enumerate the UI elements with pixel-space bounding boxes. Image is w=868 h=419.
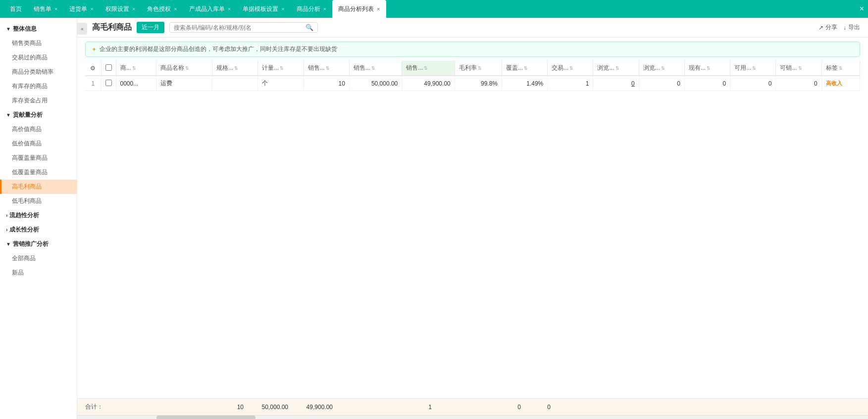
close-icon-analysis[interactable]: × (323, 6, 326, 12)
nav-label-home: 首页 (10, 5, 22, 13)
nav-label-permission: 权限设置 (105, 5, 129, 13)
cell-views1[interactable]: 0 (593, 76, 639, 91)
cell-sales-qty: 10 (304, 76, 349, 91)
col-sales-qty[interactable]: 销售... ⇅ (304, 61, 349, 76)
close-icon-template[interactable]: × (281, 6, 284, 12)
share-label: 分享 (825, 23, 837, 32)
table-body: 1 0000... 运费 个 10 50,000.00 49,900.00 99… (85, 76, 860, 91)
content-area: « 高毛利商品 近一月 🔍 ↗ 分享 ↓ 导出 ✦ 企 (77, 18, 868, 419)
sidebar-item-traded-goods[interactable]: 交易过的商品 (0, 50, 77, 65)
cell-tx-count: 1 (548, 76, 593, 91)
sort-icon-views2: ⇅ (661, 66, 665, 71)
sidebar-item-category-rate[interactable]: 商品分类助销率 (0, 65, 77, 79)
sidebar-item-high-coverage[interactable]: 高覆盖量商品 (0, 151, 77, 165)
close-icon-permission[interactable]: × (132, 6, 135, 12)
sidebar-item-low-value[interactable]: 低价值商品 (0, 137, 77, 151)
filter-recent-month-button[interactable]: 近一月 (137, 22, 164, 33)
close-icon-role[interactable]: × (174, 6, 177, 12)
cell-sales-amt: 50,000.00 (349, 76, 402, 91)
main-container: ▼ 整体信息 销售类商品 交易过的商品 商品分类助销率 有库存的商品 库存资金占… (0, 18, 868, 419)
col-unit[interactable]: 计量... ⇅ (258, 61, 304, 76)
footer-sales-profit: 49,900.00 (292, 403, 337, 412)
row-checkbox[interactable] (105, 80, 112, 86)
col-saleable[interactable]: 可销... ⇅ (776, 61, 821, 76)
sidebar-item-new-goods[interactable]: 新品 (0, 266, 77, 280)
share-button[interactable]: ↗ 分享 (818, 23, 837, 32)
col-spec[interactable]: 规格... ⇅ (212, 61, 258, 76)
close-all-icon[interactable]: × (860, 4, 864, 13)
bottom-scrollbar[interactable] (77, 415, 868, 419)
sidebar-group-trend[interactable]: › 流趋性分析 (0, 208, 77, 223)
col-tag[interactable]: 标签 ⇅ (821, 61, 860, 76)
sidebar-item-sales-goods[interactable]: 销售类商品 (0, 36, 77, 50)
nav-item-sales[interactable]: 销售单 × (28, 0, 63, 18)
arrow-overall: ▼ (6, 26, 11, 32)
table-footer: 合计： 10 50,000.00 49,900.00 1 0 0 (77, 398, 868, 415)
sidebar-group-marketing[interactable]: ▼ 营销推广分析 (0, 237, 77, 251)
col-available[interactable]: 可用... ⇅ (730, 61, 776, 76)
sidebar-item-high-margin[interactable]: 高毛利商品 (0, 180, 77, 194)
col-name[interactable]: 商品名称 ⇅ (156, 61, 212, 76)
sort-icon-name: ⇅ (185, 66, 189, 71)
sidebar-item-low-coverage[interactable]: 低覆盖量商品 (0, 165, 77, 180)
nav-item-analysis[interactable]: 商品分析 × (291, 0, 332, 18)
sort-icon-tx-count: ⇅ (569, 66, 573, 71)
export-button[interactable]: ↓ 导出 (843, 23, 860, 32)
cell-current: 0 (684, 76, 730, 91)
sidebar-group-growth[interactable]: › 成长性分析 (0, 223, 77, 237)
select-all-checkbox[interactable] (105, 64, 112, 71)
col-current[interactable]: 现有... ⇅ (684, 61, 730, 76)
cell-gross-margin: 99.8% (455, 76, 502, 91)
sidebar-item-low-margin[interactable]: 低毛利商品 (0, 194, 77, 208)
sidebar-item-in-stock[interactable]: 有库存的商品 (0, 79, 77, 93)
col-gross-margin[interactable]: 毛利率 ⇅ (455, 61, 502, 76)
close-icon-production[interactable]: × (228, 6, 231, 12)
sidebar-group-overall[interactable]: ▼ 整体信息 (0, 22, 77, 36)
collapse-sidebar-btn[interactable]: « (77, 23, 87, 35)
cell-tag: 高收入 (821, 76, 860, 91)
col-tx-count[interactable]: 交易... ⇅ (548, 61, 593, 76)
col-coverage[interactable]: 覆盖... ⇅ (502, 61, 547, 76)
table-container: ⚙ 商... ⇅ 商品名称 (77, 61, 868, 398)
export-label: 导出 (848, 23, 860, 32)
sidebar-item-high-value[interactable]: 高价值商品 (0, 122, 77, 137)
col-settings[interactable]: ⚙ (85, 61, 101, 76)
search-input[interactable] (174, 24, 306, 31)
footer-available: 0 (525, 403, 555, 412)
footer-sales-amt: 50,000.00 (248, 403, 292, 412)
sidebar-group-trend-label: 流趋性分析 (9, 211, 39, 220)
nav-label-purchase: 进货单 (69, 5, 87, 13)
sidebar-item-all-goods[interactable]: 全部商品 (0, 251, 77, 266)
cell-checkbox (101, 76, 116, 91)
close-icon-analysis-list[interactable]: × (377, 6, 380, 12)
close-icon-sales[interactable]: × (54, 6, 57, 12)
sidebar-group-contribution[interactable]: ▼ 贡献量分析 (0, 108, 77, 122)
info-icon: ✦ (92, 46, 97, 53)
cell-spec (212, 76, 258, 91)
nav-label-analysis: 商品分析 (297, 5, 320, 13)
arrow-trend: › (6, 213, 7, 218)
nav-item-template[interactable]: 单据模板设置 × (237, 0, 290, 18)
col-sales-amt[interactable]: 销售... ⇅ (349, 61, 402, 76)
col-sales-profit[interactable]: 销售... ⇅ (402, 61, 455, 76)
nav-item-home[interactable]: 首页 (4, 0, 28, 18)
nav-item-permission[interactable]: 权限设置 × (100, 0, 141, 18)
search-icon[interactable]: 🔍 (306, 24, 313, 31)
col-views2[interactable]: 浏览... ⇅ (639, 61, 684, 76)
sidebar-group-growth-label: 成长性分析 (9, 226, 39, 234)
share-icon: ↗ (818, 24, 823, 31)
nav-item-analysis-list[interactable]: 商品分析列表 × (332, 0, 386, 18)
sort-icon-spec: ⇅ (234, 66, 238, 71)
sidebar-group-contribution-label: 贡献量分析 (13, 111, 43, 119)
nav-item-role[interactable]: 角色授权 × (141, 0, 183, 18)
footer-spacer4 (436, 403, 495, 412)
nav-item-purchase[interactable]: 进货单 × (63, 0, 99, 18)
sidebar-item-stock-capital[interactable]: 库存资金占用 (0, 93, 77, 108)
sort-icon-code: ⇅ (132, 66, 136, 71)
sort-icon-tag: ⇅ (839, 66, 843, 71)
col-code[interactable]: 商... ⇅ (116, 61, 156, 76)
col-views1[interactable]: 浏览... ⇅ (593, 61, 639, 76)
nav-item-production[interactable]: 产成品入库单 × (183, 0, 237, 18)
search-box: 🔍 (169, 22, 318, 33)
close-icon-purchase[interactable]: × (90, 6, 93, 12)
